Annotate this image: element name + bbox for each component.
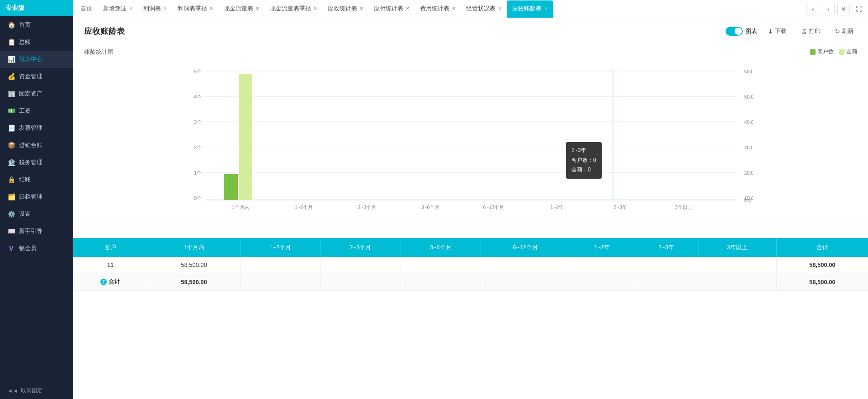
download-button[interactable]: ⬇ 下载 (764, 25, 790, 37)
tab-voucher-close[interactable]: × (129, 5, 132, 12)
tab-cashflow-label: 现金流量表 (224, 5, 253, 13)
svg-text:3~6个月: 3~6个月 (421, 204, 440, 210)
legend-amount-label: 金额 (846, 48, 857, 56)
sidebar-item-archive[interactable]: 🗂️ 归档管理 (0, 188, 73, 205)
sidebar-footer-pin[interactable]: ◄◄ 取消固定 (0, 382, 73, 399)
svg-text:2~3个月: 2~3个月 (358, 204, 377, 210)
tab-home[interactable]: 首页 (75, 0, 98, 18)
td-total: 58,500.00 (776, 257, 868, 273)
svg-text:2个: 2个 (194, 145, 202, 150)
sidebar-label-guide: 新手引导 (19, 227, 42, 235)
tab-scroll-right[interactable]: › (822, 3, 835, 15)
th-23y: 2~3年 (634, 238, 698, 257)
sidebar-item-asset[interactable]: 🏢 固定资产 (0, 85, 73, 102)
sidebar-label-tax: 税务管理 (19, 158, 42, 166)
app-logo: 专业版 (0, 0, 73, 16)
chart-svg-container: 5个 4个 3个 2个 1个 0个 60,000.00元 50,000.00元 … (84, 60, 857, 227)
th-23m: 2~3个月 (321, 238, 401, 257)
tab-ap-stat[interactable]: 应付统计表 × (368, 0, 415, 18)
tab-ap-stat-close[interactable]: × (406, 5, 409, 12)
svg-text:50,000.00元: 50,000.00元 (744, 94, 753, 100)
sidebar-label-fund: 资金管理 (19, 72, 42, 81)
td-12y (570, 257, 634, 273)
refresh-button[interactable]: ↻ 刷新 (831, 25, 857, 37)
legend-customers-dot (810, 49, 816, 55)
refresh-label: 刷新 (842, 27, 854, 35)
chart-toggle[interactable] (726, 27, 743, 36)
sidebar-item-guide[interactable]: 📖 新手引导 (0, 223, 73, 240)
th-612m: 6~12个月 (481, 238, 570, 257)
tab-profit-label: 利润表 (143, 5, 161, 13)
tab-ap-stat-label: 应付统计表 (374, 5, 403, 13)
tab-maximize[interactable]: ⛶ (853, 3, 865, 15)
guide-icon: 📖 (7, 228, 15, 235)
svg-text:1~2年: 1~2年 (550, 204, 564, 210)
data-table-container: 客户 1个月内 1~2个月 2~3个月 3~6个月 6~12个月 1~2年 2~… (73, 238, 868, 291)
tab-ar-aging[interactable]: 应收账龄表 × (507, 0, 553, 18)
tab-operation-close[interactable]: × (498, 5, 501, 12)
sidebar-item-ledger[interactable]: 📋 总账 (0, 33, 73, 51)
tab-home-label: 首页 (80, 5, 92, 13)
sidebar-item-purchase[interactable]: 📦 进销台账 (0, 137, 73, 154)
tab-profit[interactable]: 利润表 × (138, 0, 172, 18)
sidebar-item-close[interactable]: 🔒 结账 (0, 171, 73, 188)
td-total-12m (240, 273, 320, 291)
sidebar: 专业版 🏠 首页 📋 总账 📊 报表中心 💰 资金管理 🏢 固定资产 💵 工资 … (0, 0, 73, 399)
svg-text:5个: 5个 (194, 69, 202, 74)
sidebar-label-invoice: 发票管理 (19, 124, 42, 132)
td-total-12y (570, 273, 634, 291)
tab-bar: 首页 新增凭证 × 利润表 × 利润表季报 × 现金流量表 × 现金流量表季报 … (73, 0, 868, 18)
content-area: 应收账龄表 图表 ⬇ 下载 🖨 打印 ↻ (73, 18, 868, 399)
td-total-23m (321, 273, 401, 291)
svg-text:3个: 3个 (194, 119, 202, 125)
tab-profit-q[interactable]: 利润表季报 × (172, 0, 218, 18)
invoice-icon: 🧾 (7, 124, 15, 132)
total-icon: ∑ (100, 279, 107, 285)
sidebar-item-tax[interactable]: 🏦 税务管理 (0, 154, 73, 171)
sidebar-item-home[interactable]: 🏠 首页 (0, 16, 73, 33)
print-button[interactable]: 🖨 打印 (797, 25, 824, 37)
td-total-label: ∑ 合计 (73, 273, 148, 291)
tab-profit-close[interactable]: × (164, 5, 167, 12)
svg-text:4个: 4个 (194, 94, 202, 100)
tab-expense[interactable]: 费用统计表 × (415, 0, 461, 18)
tab-close-all[interactable]: ✕ (837, 3, 850, 15)
sidebar-item-vip[interactable]: V 畅会员 (0, 240, 73, 257)
sidebar-item-fund[interactable]: 💰 资金管理 (0, 68, 73, 85)
print-icon: 🖨 (801, 28, 807, 35)
td-23m (321, 257, 401, 273)
tab-operation-label: 经营状况表 (466, 5, 495, 13)
sidebar-label-payroll: 工资 (19, 107, 31, 115)
table-header-row: 客户 1个月内 1~2个月 2~3个月 3~6个月 6~12个月 1~2年 2~… (73, 238, 868, 257)
pin-icon: ◄◄ (7, 388, 18, 394)
svg-text:6~12个月: 6~12个月 (483, 204, 505, 210)
sidebar-item-payroll[interactable]: 💵 工资 (0, 102, 73, 119)
tab-cashflow-q[interactable]: 现金流量表季报 × (264, 0, 322, 18)
asset-icon: 🏢 (7, 90, 15, 97)
th-customer: 客户 (73, 238, 148, 257)
download-icon: ⬇ (768, 28, 773, 35)
tab-voucher[interactable]: 新增凭证 × (98, 0, 138, 18)
sidebar-label-asset: 固定资产 (19, 90, 42, 98)
tab-expense-close[interactable]: × (452, 5, 455, 12)
page-container: 应收账龄表 图表 ⬇ 下载 🖨 打印 ↻ (73, 18, 868, 399)
home-icon: 🏠 (7, 21, 15, 28)
legend-amount: 金额 (839, 48, 857, 56)
download-label: 下载 (775, 27, 787, 35)
tab-ar-stat-close[interactable]: × (360, 5, 363, 12)
sidebar-label-report: 报表中心 (19, 55, 42, 63)
tab-cashflow-q-close[interactable]: × (314, 5, 317, 12)
tab-operation[interactable]: 经营状况表 × (461, 0, 507, 18)
td-total-36m (401, 273, 481, 291)
chart-container: 账龄统计图 客户数 金额 5个 (73, 43, 868, 233)
chart-toggle-label: 图表 (745, 27, 757, 35)
sidebar-item-report[interactable]: 📊 报表中心 (0, 51, 73, 68)
tab-profit-q-close[interactable]: × (210, 5, 213, 12)
sidebar-item-invoice[interactable]: 🧾 发票管理 (0, 119, 73, 137)
tab-cashflow-close[interactable]: × (256, 5, 259, 12)
tab-scroll-left[interactable]: ‹ (807, 3, 819, 15)
tab-ar-stat[interactable]: 应收统计表 × (322, 0, 368, 18)
tab-ar-aging-close[interactable]: × (544, 5, 547, 12)
tab-cashflow[interactable]: 现金流量表 × (218, 0, 264, 18)
sidebar-item-settings[interactable]: ⚙️ 设置 (0, 205, 73, 223)
